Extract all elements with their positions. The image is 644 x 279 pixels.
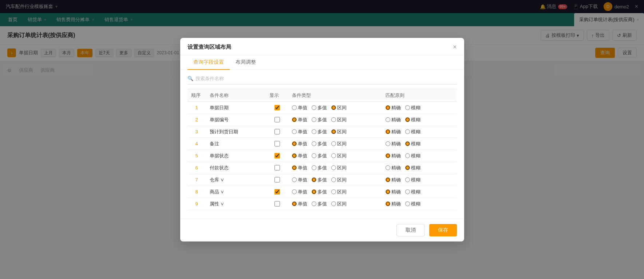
modal-header: 设置查询区域布局 ×	[180, 38, 464, 55]
modal-overlay: 设置查询区域布局 × 查询字段设置 布局调整 🔍	[0, 0, 644, 80]
tab-layout-adjust[interactable]: 布局调整	[230, 55, 262, 70]
modal-title: 设置查询区域布局	[187, 44, 231, 51]
search-input[interactable]	[195, 76, 268, 80]
tab-query-fields[interactable]: 查询字段设置	[187, 55, 230, 70]
search-icon: 🔍	[187, 76, 193, 80]
modal-search: 🔍	[187, 76, 457, 80]
modal-dialog: 设置查询区域布局 × 查询字段设置 布局调整 🔍	[180, 38, 464, 80]
modal-body: 🔍 顺序 条件名称 显示 条件类型 匹配原则	[180, 70, 464, 80]
modal-close-button[interactable]: ×	[453, 44, 457, 50]
modal-tabs: 查询字段设置 布局调整	[180, 55, 464, 70]
